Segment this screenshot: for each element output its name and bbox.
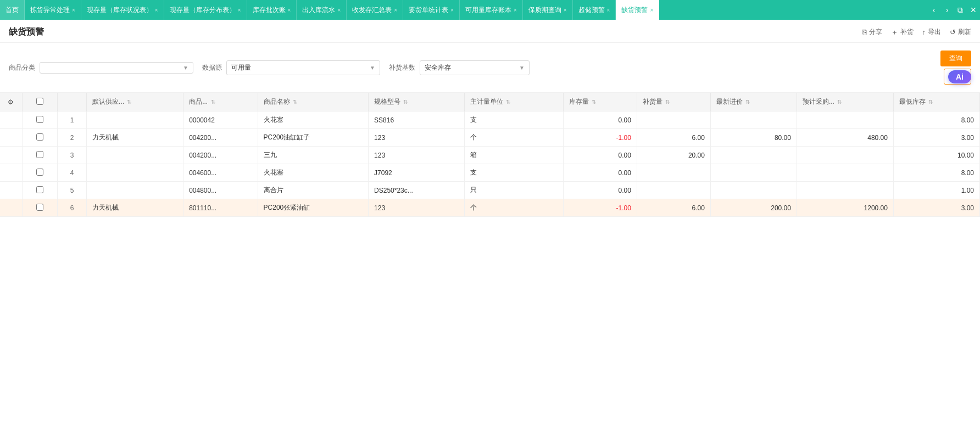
gear-icon[interactable]: ⚙ xyxy=(8,98,14,106)
row-product-name: 火花塞 xyxy=(258,111,369,129)
row-checkbox[interactable] xyxy=(36,186,43,193)
row-checkbox-cell xyxy=(22,111,58,129)
tab-nav-right[interactable]: › xyxy=(940,5,954,14)
col-min-stock[interactable]: 最低库存 ⇅ xyxy=(893,93,979,111)
tab-inventory-status[interactable]: 现存量（库存状况表） × xyxy=(81,0,164,20)
row-checkbox[interactable] xyxy=(36,151,43,158)
close-tab-batch[interactable]: × xyxy=(288,7,291,13)
export-button[interactable]: ↑ 导出 xyxy=(922,27,942,37)
row-estimated-purchase xyxy=(797,164,893,182)
row-min-stock: 8.00 xyxy=(893,111,979,129)
row-product-code: 0000042 xyxy=(183,111,258,129)
close-tab-ledger[interactable]: × xyxy=(514,7,517,13)
row-supplier: 力天机械 xyxy=(87,129,183,147)
row-checkbox[interactable] xyxy=(36,133,43,141)
row-estimated-purchase: 480.00 xyxy=(797,129,893,147)
tab-inout-flow[interactable]: 出入库流水 × xyxy=(297,0,347,20)
close-tab-picking[interactable]: × xyxy=(72,7,75,13)
replenish-base-select[interactable]: 安全库存 ▼ xyxy=(420,60,530,75)
table-container: ⚙ 默认供应... ⇅ 商品... ⇅ 商品名称 xyxy=(0,93,980,217)
row-unit: 个 xyxy=(464,199,563,217)
tab-batch-account[interactable]: 库存批次账 × xyxy=(247,0,297,20)
row-min-stock: 1.00 xyxy=(893,182,979,199)
tab-shortage-label: 缺货预警 xyxy=(621,5,648,15)
row-spec: 123 xyxy=(369,129,465,147)
row-replenish-qty xyxy=(637,111,710,129)
tab-batch-account-label: 库存批次账 xyxy=(253,5,286,15)
row-supplier xyxy=(87,164,183,182)
tab-inout-flow-label: 出入库流水 xyxy=(302,5,335,15)
query-button[interactable]: 查询 xyxy=(940,51,971,66)
tab-available-ledger[interactable]: 可用量库存账本 × xyxy=(460,0,523,20)
replenish-base-label: 补货基数 xyxy=(389,63,415,72)
row-unit: 箱 xyxy=(464,147,563,164)
replenish-button[interactable]: ＋ 补货 xyxy=(891,27,914,37)
close-tab-inv-dist[interactable]: × xyxy=(238,7,241,13)
select-all-checkbox[interactable] xyxy=(36,98,43,105)
tab-order-stats-label: 要货单统计表 xyxy=(409,5,448,15)
sort-icon-stock: ⇅ xyxy=(592,99,596,105)
table-row: 5004800...离合片DS250*23c...只0.001.00 xyxy=(0,182,980,199)
row-number: 3 xyxy=(58,147,87,164)
filter-group-category: 商品分类 ▼ xyxy=(9,62,193,74)
row-replenish-qty xyxy=(637,182,710,199)
tab-order-stats[interactable]: 要货单统计表 × xyxy=(403,0,460,20)
row-min-stock: 3.00 xyxy=(893,129,979,147)
close-tab-inout[interactable]: × xyxy=(337,7,341,13)
close-tab-shortage[interactable]: × xyxy=(650,7,653,13)
col-latest-price-label: 最新进价 xyxy=(716,98,743,105)
row-spec: 123 xyxy=(369,199,465,217)
row-number: 4 xyxy=(58,164,87,182)
col-default-supplier[interactable]: 默认供应... ⇅ xyxy=(87,93,183,111)
tab-shortage[interactable]: 缺货预警 × xyxy=(616,0,659,20)
col-product-code[interactable]: 商品... ⇅ xyxy=(183,93,258,111)
close-tab-summary[interactable]: × xyxy=(394,7,397,13)
window-restore-btn[interactable]: ⧉ xyxy=(954,5,967,15)
sort-icon-spec: ⇅ xyxy=(403,99,408,105)
tab-inventory-dist[interactable]: 现存量（库存分布表） × xyxy=(164,0,247,20)
window-close-btn[interactable]: ✕ xyxy=(967,5,980,14)
row-checkbox[interactable] xyxy=(36,169,43,176)
row-stock: 0.00 xyxy=(563,147,637,164)
row-replenish-qty: 20.00 xyxy=(637,147,710,164)
row-replenish-qty xyxy=(637,164,710,182)
tab-summary[interactable]: 收发存汇总表 × xyxy=(347,0,403,20)
category-select[interactable]: ▼ xyxy=(40,62,193,74)
table-body: 10000042火花塞SS816支0.008.002力天机械004200...P… xyxy=(0,111,980,217)
tab-bar: 首页 拣货异常处理 × 现存量（库存状况表） × 现存量（库存分布表） × 库存… xyxy=(0,0,980,20)
row-supplier: 力天机械 xyxy=(87,199,183,217)
row-checkbox[interactable] xyxy=(36,204,43,211)
row-latest-price: 80.00 xyxy=(710,129,797,147)
row-number: 5 xyxy=(58,182,87,199)
tab-picking-exception-label: 拣货异常处理 xyxy=(30,5,70,15)
filter-group-replenish-base: 补货基数 安全库存 ▼ xyxy=(389,60,530,75)
col-latest-price[interactable]: 最新进价 ⇅ xyxy=(710,93,797,111)
tab-nav-left[interactable]: ‹ xyxy=(927,5,940,14)
close-tab-overstock[interactable]: × xyxy=(607,7,610,13)
row-checkbox[interactable] xyxy=(36,116,43,123)
col-unit[interactable]: 主计量单位 ⇅ xyxy=(464,93,563,111)
close-tab-expiry[interactable]: × xyxy=(564,7,567,13)
replenish-label: 补货 xyxy=(900,27,914,37)
tab-expiry-query[interactable]: 保质期查询 × xyxy=(523,0,573,20)
col-spec[interactable]: 规格型号 ⇅ xyxy=(369,93,465,111)
row-checkbox-cell xyxy=(22,164,58,182)
export-icon: ↑ xyxy=(922,28,926,36)
col-stock[interactable]: 库存量 ⇅ xyxy=(563,93,637,111)
share-button[interactable]: ⎘ 分享 xyxy=(862,27,882,37)
col-gear: ⚙ xyxy=(0,93,22,111)
close-tab-inv-status[interactable]: × xyxy=(155,7,158,13)
ai-button[interactable]: Ai xyxy=(948,70,971,83)
col-replenish-qty[interactable]: 补货量 ⇅ xyxy=(637,93,710,111)
tab-picking-exception[interactable]: 拣货异常处理 × xyxy=(25,0,81,20)
col-product-name[interactable]: 商品名称 ⇅ xyxy=(258,93,369,111)
close-tab-order[interactable]: × xyxy=(450,7,454,13)
col-estimated-purchase[interactable]: 预计采购... ⇅ xyxy=(797,93,893,111)
refresh-button[interactable]: ↺ 刷新 xyxy=(950,27,971,37)
tab-summary-label: 收发存汇总表 xyxy=(352,5,392,15)
tab-bar-right: ‹ › ⧉ ✕ xyxy=(927,5,980,15)
sort-icon-min: ⇅ xyxy=(928,99,933,105)
datasource-select[interactable]: 可用量 ▼ xyxy=(226,60,380,75)
tab-overstock[interactable]: 超储预警 × xyxy=(573,0,616,20)
tab-home[interactable]: 首页 xyxy=(0,0,25,20)
